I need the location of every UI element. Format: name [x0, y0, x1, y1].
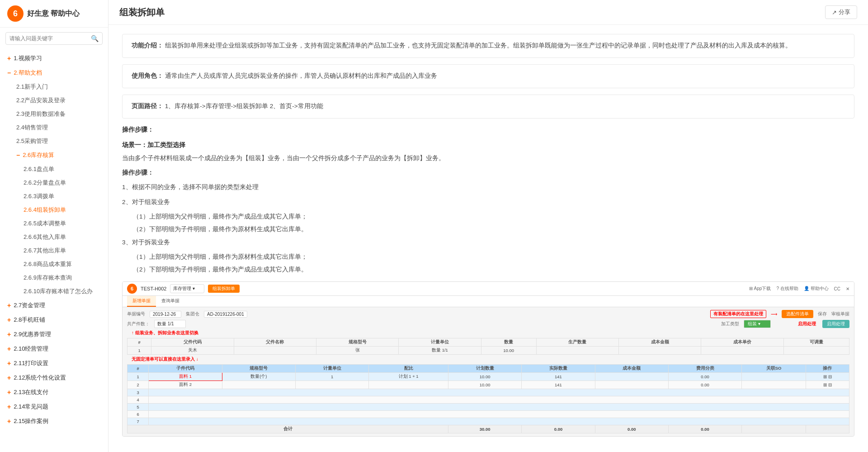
erp-form-row-1: 单据编号 2019-12-26 集团仓 AD-20191226-001 有装配清…	[127, 310, 849, 318]
page-title: 组装拆卸单	[119, 6, 165, 19]
ops-heading: 操作步骤：	[122, 126, 854, 134]
erp-type-select[interactable]: 组装 ▾	[744, 320, 771, 328]
plus-icon-4: +	[7, 331, 11, 338]
erp-screenshot: 6 TEST-H002 库存管理 ▾ 组装拆卸单 ⊞ App下载 ? 在线帮助 …	[122, 281, 854, 437]
erp-icon-close[interactable]: ✕	[846, 286, 849, 291]
col-spec: 规格型号	[316, 338, 398, 347]
sidebar-item-finance[interactable]: + 2.7资金管理	[0, 298, 108, 313]
col-actual-qty: 实际数量	[522, 365, 595, 373]
col-ratio: 配比	[369, 365, 448, 373]
path-label: 页面路径：	[132, 103, 163, 109]
nav-section: + 1.视频学习 − 2.帮助文档 2.1新手入门 2.2产品安装及登录 2.3…	[0, 49, 108, 430]
erp-nav-tabs: 新增单据 查询单据	[123, 296, 854, 307]
sidebar-item-payment[interactable]: + 2.13在线支付	[0, 385, 108, 400]
main-content: 组装拆卸单 ↗ 分享 功能介绍： 组装拆卸单用来处理企业组装或拆卸等加工业务，支…	[108, 0, 868, 452]
sidebar-item-purchase[interactable]: 2.5采购管理	[0, 134, 108, 148]
sidebar-item-transfer[interactable]: 2.6.3调拨单	[0, 190, 108, 203]
role-text: 通常由生产人员或库管人员完成拆装业务的操作，库管人员确认原材料的出库和产成品的入…	[165, 72, 437, 79]
annotation-no-bom: 无固定清单可以直接在这里录入 ↓	[132, 356, 849, 362]
sidebar-item-cost-adj[interactable]: 2.6.5成本调整单	[0, 217, 108, 230]
sidebar-item-video[interactable]: + 1.视频学习	[0, 51, 108, 66]
erp-icon-help: ? 在线帮助	[776, 285, 798, 292]
erp-date-label: 单据编号	[127, 311, 145, 317]
col-prod-qty: 生产数量	[536, 338, 618, 347]
table-row: 6	[127, 411, 849, 418]
sidebar-item-newbie[interactable]: 2.1新手入门	[0, 80, 108, 94]
sidebar-item-print[interactable]: + 2.11打印设置	[0, 356, 108, 371]
step1: 1、根据不同的业务，选择不同单据的类型来处理	[122, 182, 854, 193]
sidebar-item-ledger[interactable]: 2.6.9库存账本查询	[0, 271, 108, 285]
col-so: 关联SO	[742, 365, 806, 373]
col-cost2: 成本金额	[595, 365, 668, 373]
sidebar-item-other-in[interactable]: 2.6.6其他入库单	[0, 230, 108, 244]
sidebar-item-stocktake[interactable]: 2.6.1盘点单	[0, 162, 108, 176]
sidebar-item-faq[interactable]: + 2.14常见问题	[0, 400, 108, 414]
col-unit: 计量单位	[399, 338, 481, 347]
erp-tab-query[interactable]: 查询单据	[156, 296, 185, 307]
erp-company: TEST-H002	[141, 286, 166, 291]
sidebar-item-docs[interactable]: − 2.帮助文档	[0, 66, 108, 80]
erp-module-dropdown[interactable]: 库存管理 ▾	[170, 284, 204, 293]
annotation-bom: 有装配清单的在这里处理	[710, 310, 766, 318]
col-plan-qty: 计划数量	[448, 365, 522, 373]
erp-parent-table: # 父件代码 父件名称 规格型号 计量单位 数量 生产数量 成本金额 成本单价 …	[127, 338, 849, 355]
step3-sub2: （2）下部明细为子件明细，最终作为产成品生成其它入库单。	[122, 264, 854, 275]
sidebar-item-label: 2.14常见问题	[14, 403, 48, 411]
erp-process-btn[interactable]: 启用处理	[822, 320, 849, 328]
minus-icon-2: −	[16, 152, 20, 159]
erp-select-bom-btn[interactable]: 选配件清单	[782, 310, 813, 318]
annotation-type-switch: ↑ 组装业务、拆卸业务在这里切换	[127, 330, 849, 336]
sidebar-item-partial-stock[interactable]: 2.6.2分量盘点单	[0, 176, 108, 190]
col-seq: #	[127, 338, 151, 347]
scene1-label: 场景一：加工类型选择	[122, 141, 854, 149]
sidebar-item-data-prep[interactable]: 2.3使用前数据准备	[0, 107, 108, 121]
top-bar: 组装拆卸单 ↗ 分享	[108, 0, 868, 25]
sidebar-item-other-out[interactable]: 2.6.7其他出库单	[0, 244, 108, 257]
sidebar-item-install[interactable]: 2.2产品安装及登录	[0, 94, 108, 107]
share-button[interactable]: ↗ 分享	[825, 5, 857, 19]
erp-icons: ⊞ App下载 ? 在线帮助 👤 帮助中心 CC ✕	[749, 285, 849, 292]
path-block: 页面路径： 1、库存核算->库存管理->组装拆卸单 2、首页->常用功能	[122, 95, 854, 119]
sidebar-item-ledger-err[interactable]: 2.6.10库存账本错了怎么办	[0, 285, 108, 298]
sidebar-item-sales[interactable]: 2.4销售管理	[0, 121, 108, 134]
erp-count-field[interactable]: 数量 1/1	[154, 320, 186, 328]
sidebar-item-label: 2.11打印设置	[14, 359, 48, 367]
share-icon: ↗	[832, 9, 837, 16]
sidebar-item-inventory[interactable]: − 2.6库存核算	[0, 148, 108, 162]
plus-icon-6: +	[7, 360, 11, 367]
col-parent-code: 父件代码	[151, 338, 234, 347]
erp-logo: 6	[127, 284, 137, 294]
erp-count-label: 共产件数：	[127, 321, 150, 327]
table-row: 3	[127, 389, 849, 396]
step2-sub2: （2）下部明细为子件明细，最终作为原材料生成其它出库单。	[122, 224, 854, 235]
sidebar-item-custom[interactable]: + 2.12系统个性化设置	[0, 371, 108, 385]
erp-extra2: 审核单据	[831, 311, 849, 317]
erp-order-field[interactable]: AD-20191226-001	[204, 311, 247, 318]
step3: 3、对于拆装业务	[122, 237, 854, 248]
app-title: 好生意 帮助中心	[27, 9, 80, 19]
search-icon[interactable]: 🔍	[91, 35, 99, 42]
erp-date-field[interactable]: 2019-12-26	[150, 311, 181, 318]
plus-icon-9: +	[7, 403, 11, 410]
minus-icon: −	[7, 69, 11, 76]
role-block: 使用角色： 通常由生产人员或库管人员完成拆装业务的操作，库管人员确认原材料的出库…	[122, 64, 854, 88]
sidebar-item-biz[interactable]: + 2.10经营管理	[0, 342, 108, 356]
sidebar-item-assembly[interactable]: 2.6.4组装拆卸单	[0, 203, 108, 217]
func-intro-block: 功能介绍： 组装拆卸单用来处理企业组装或拆卸等加工业务，支持有固定装配清单的产品…	[122, 34, 854, 58]
sidebar-item-cost-recalc[interactable]: 2.6.8商品成本重算	[0, 257, 108, 271]
search-input[interactable]	[9, 35, 91, 42]
table-row: 4	[127, 396, 849, 404]
erp-warehouse-label: 集团仓	[186, 311, 199, 317]
erp-tab-new[interactable]: 新增单据	[127, 296, 156, 307]
table-row: 2 面料 2 10.00 141 0.00 ⊞ ⊟	[127, 381, 849, 389]
sidebar-item-coupon[interactable]: + 2.9优惠券管理	[0, 327, 108, 342]
search-box[interactable]: 🔍	[5, 32, 103, 45]
erp-icon-user: 👤 帮助中心	[804, 285, 829, 292]
sidebar-item-cases[interactable]: + 2.15操作案例	[0, 414, 108, 428]
scene1-desc: 当由多个子件材料组装成一个成品的业务为【组装】业务，当由一个父件拆分成多个子产品…	[122, 153, 854, 164]
table-row: 1 关木 张 数量 1/1 10.00	[127, 347, 849, 355]
erp-nav-btn[interactable]: 组装拆卸单	[208, 285, 240, 293]
col-spec2: 规格型号	[222, 365, 295, 373]
sidebar-item-mobile[interactable]: + 2.8手机旺铺	[0, 313, 108, 327]
sidebar-header: 6 好生意 帮助中心	[0, 0, 108, 28]
